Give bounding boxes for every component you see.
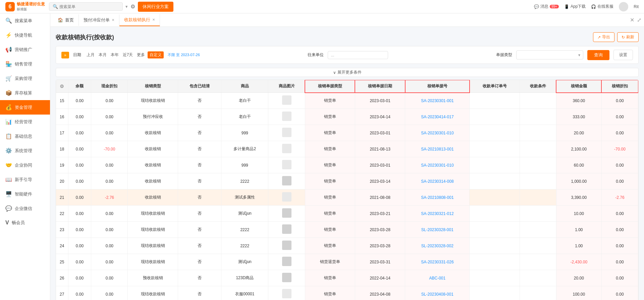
doc-no-link[interactable]: ABC-001	[429, 276, 446, 281]
date-this-month-btn[interactable]: 本月	[97, 51, 108, 58]
sidebar-item-label-enterprise: 企业协同	[15, 162, 32, 168]
date-this-year-btn[interactable]: 本年	[109, 51, 120, 58]
sidebar-item-purchase[interactable]: 🛒 采购管理	[0, 71, 50, 86]
col-settings-icon[interactable]: ⚙	[60, 84, 64, 89]
cell-discount: 0.00	[601, 206, 638, 222]
export-button[interactable]: ↗ 导出	[593, 32, 614, 42]
cash-discount-value: 0.00	[106, 131, 113, 135]
date-last-month-btn[interactable]: 上月	[85, 51, 96, 58]
amount-value: 60.00	[574, 163, 584, 168]
cell-balance: 0.00	[68, 157, 91, 173]
date-more-btn[interactable]: 更多	[136, 51, 146, 58]
sidebar-item-system[interactable]: ⚙️ 系统管理	[0, 143, 50, 158]
settings-button[interactable]: 设置	[613, 50, 633, 60]
cell-doc-type: 销货单	[305, 173, 355, 189]
doc-no-link[interactable]: SA-20230301-001	[421, 98, 453, 103]
cell-goods: 999	[221, 157, 268, 173]
dropdown-arrow-icon[interactable]: ▾	[125, 4, 128, 9]
megaphone-icon: 📢	[5, 46, 12, 53]
sidebar-item-member[interactable]: V 畅会员	[0, 216, 50, 230]
user-avatar[interactable]	[619, 2, 628, 11]
sidebar-item-quicknav[interactable]: ⚡ 快捷导航	[0, 28, 50, 42]
cell-no: 21	[56, 189, 68, 206]
cell-doc-date: 2021-08-13	[355, 141, 405, 157]
cell-doc-date: 2023-03-01	[355, 93, 405, 109]
receipt-type-select[interactable]: ▾	[516, 50, 583, 59]
doc-no-link[interactable]: SA-20230331-026	[421, 260, 453, 264]
cell-no: 27	[56, 286, 68, 300]
doc-no-link[interactable]: SA-20230321-012	[421, 211, 453, 216]
doc-no-link[interactable]: SA-20230301-010	[421, 131, 453, 135]
sidebar-item-management[interactable]: 📊 经营管理	[0, 115, 50, 129]
tab-maximize-icon[interactable]: ⤢	[637, 17, 641, 23]
doc-no-link[interactable]: SA-20230301-010	[421, 163, 453, 168]
doc-no-link[interactable]: SL-20230328-001	[421, 227, 453, 232]
sidebar-item-inventory[interactable]: 📦 库存核算	[0, 86, 50, 100]
doc-no-link[interactable]: SA-20210813-001	[421, 147, 453, 152]
doc-no-link[interactable]: SL-20230328-002	[421, 244, 453, 248]
col-goods: 商品	[221, 80, 268, 93]
cell-doc-date: 2023-03-01	[355, 157, 405, 173]
box-icon: 📦	[5, 90, 12, 96]
tab-home[interactable]: 🏠 首页	[53, 14, 79, 26]
cell-order-no	[470, 206, 520, 222]
industry-btn[interactable]: 休闲行业方案	[138, 2, 173, 12]
cell-discount: 0.00	[601, 109, 638, 125]
cell-doc-type: 销货单	[305, 270, 355, 286]
sidebar-item-marketing[interactable]: 📢 营销推广	[0, 42, 50, 57]
app-download-item[interactable]: 📱 App下载	[564, 4, 586, 9]
notification-item[interactable]: 💬 消息 99+	[534, 4, 559, 9]
discount-value: 0.00	[616, 276, 624, 281]
sidebar-item-wechat[interactable]: 💬 企业微信	[0, 201, 50, 216]
gear-icon[interactable]: ⚙	[130, 3, 135, 10]
tab-prepaid-close[interactable]: ✕	[112, 18, 114, 22]
cell-balance: 0.00	[68, 238, 91, 254]
sidebar-item-enterprise[interactable]: 🤝 企业协同	[0, 158, 50, 172]
date-7days-btn[interactable]: 近7天	[121, 51, 135, 58]
goods-image-empty	[282, 95, 291, 105]
doc-no-link[interactable]: SA-20230414-017	[421, 115, 453, 119]
cell-goods-img	[268, 141, 305, 157]
cash-discount-value: -70.00	[104, 147, 115, 152]
doc-no-link[interactable]: SA-20210808-001	[421, 195, 453, 200]
sidebar-item-basic[interactable]: 📋 基础信息	[0, 129, 50, 143]
money-icon: 💰	[5, 104, 12, 111]
cell-condition	[520, 93, 556, 109]
tab-receipt[interactable]: 收款核销执行 ✕	[119, 14, 160, 26]
sidebar-item-hardware[interactable]: 🖥️ 智能硬件	[0, 187, 50, 201]
goods-image-empty	[282, 112, 291, 121]
refresh-button[interactable]: ↻ 刷新	[617, 32, 639, 42]
sidebar-item-search[interactable]: 🔍 搜索菜单	[0, 13, 50, 28]
cell-condition	[520, 189, 556, 206]
col-balance: 余额	[68, 80, 91, 93]
doc-no-link[interactable]: SA-20230314-008	[421, 179, 453, 184]
tab-prepaid[interactable]: 预付冲应付单 ✕	[79, 14, 119, 26]
cell-discount: 0.00	[601, 270, 638, 286]
cell-balance: 0.00	[68, 270, 91, 286]
cell-type: 现结收款核销	[128, 222, 178, 238]
user-name: Rit	[634, 4, 639, 9]
sidebar-item-sales[interactable]: 🏪 销售管理	[0, 57, 50, 71]
amount-value: 1.00	[575, 227, 583, 232]
vip-icon: V	[5, 220, 9, 226]
sidebar-item-guide[interactable]: 📖 新手引导	[0, 172, 50, 187]
goods-image	[282, 273, 291, 282]
discount-value: 0.00	[616, 244, 624, 248]
expand-more-bar[interactable]: ∨ 展开更多条件	[56, 68, 639, 77]
query-button[interactable]: 查询	[587, 50, 609, 60]
doc-no-link[interactable]: SL-20230408-001	[421, 292, 453, 297]
tab-receipt-close[interactable]: ✕	[152, 18, 155, 22]
notification-icon: 💬	[534, 4, 539, 9]
tab-close-icon[interactable]: ✕	[630, 17, 634, 23]
cell-settled: 否	[178, 189, 221, 206]
from-unit-select[interactable]: ...	[328, 51, 388, 59]
date-custom-btn[interactable]: 自定义	[148, 51, 164, 58]
online-service-item[interactable]: 🎧 在线客服	[591, 4, 613, 9]
filter-expand-button[interactable]: »	[61, 52, 69, 58]
search-box[interactable]: 🔍	[49, 2, 123, 11]
cell-goods: 老白干	[221, 93, 268, 109]
search-input[interactable]	[59, 4, 113, 9]
col-settings[interactable]: ⚙	[56, 80, 68, 93]
sidebar-item-finance[interactable]: 💰 资金管理	[0, 100, 50, 115]
search-icon: 🔍	[53, 4, 58, 9]
